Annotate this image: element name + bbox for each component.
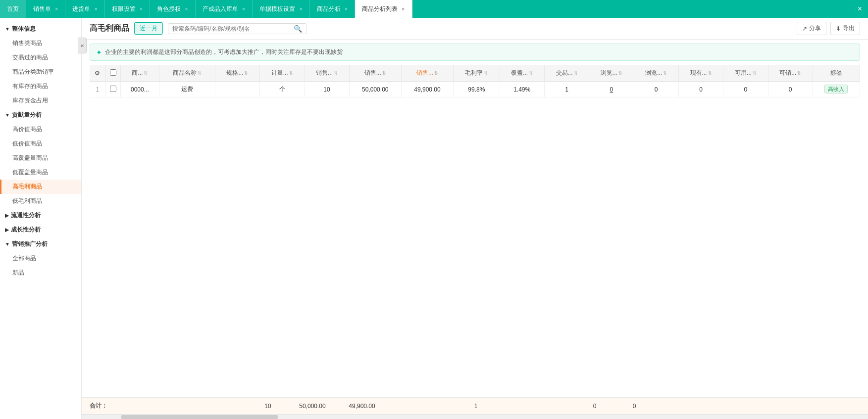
col-code[interactable]: 商...⇅ bbox=[120, 65, 159, 82]
col-spec[interactable]: 规格...⇅ bbox=[215, 65, 259, 82]
col-saleable[interactable]: 可销...⇅ bbox=[768, 65, 813, 82]
col-unit[interactable]: 计量...⇅ bbox=[260, 65, 305, 82]
cell-sale-amt: 50,000.00 bbox=[349, 82, 401, 97]
cell-browse1[interactable]: 0 bbox=[589, 82, 634, 97]
sidebar-wrapper: ▼ 整体信息 销售类商品 交易过的商品 商品分类助销率 有库存的商品 库存资金占… bbox=[0, 18, 82, 419]
tab-goods-analysis[interactable]: 商品分析 × bbox=[310, 0, 355, 18]
cell-gross-rate: 99.8% bbox=[454, 82, 500, 97]
col-sale-amt2[interactable]: 销售...⇅ bbox=[401, 65, 453, 82]
col-name[interactable]: 商品名称⇅ bbox=[159, 65, 215, 82]
cell-available: 0 bbox=[723, 82, 768, 97]
cell-code: 0000... bbox=[120, 82, 159, 97]
search-wrapper: 🔍 bbox=[168, 23, 306, 34]
col-gross-rate[interactable]: 毛利率⇅ bbox=[454, 65, 500, 82]
tab-home[interactable]: 首页 bbox=[0, 0, 26, 18]
main-layout: ▼ 整体信息 销售类商品 交易过的商品 商品分类助销率 有库存的商品 库存资金占… bbox=[0, 18, 868, 419]
tab-goods-analysis-list[interactable]: 商品分析列表 × bbox=[355, 0, 412, 18]
share-icon: ↗ bbox=[802, 25, 807, 32]
table-footer: 合计： 10 50,000.00 49,900.00 1 0 0 bbox=[82, 397, 868, 414]
sidebar-group-growth[interactable]: ▶ 成长性分析 bbox=[0, 223, 81, 237]
table-container: ⚙ 商...⇅ 商品名称⇅ 规格...⇅ 计量...⇅ 销售...⇅ 销售...… bbox=[82, 65, 868, 397]
cell-tag: 高收入 bbox=[813, 82, 860, 97]
footer-trade: 1 bbox=[456, 403, 496, 410]
header-actions: ↗ 分享 ⬇ 导出 bbox=[797, 22, 860, 35]
col-available[interactable]: 可用...⇅ bbox=[723, 65, 768, 82]
col-sale-amt[interactable]: 销售...⇅ bbox=[349, 65, 401, 82]
sidebar-item-sales-goods[interactable]: 销售类商品 bbox=[0, 36, 81, 50]
close-tab-permissions[interactable]: × bbox=[140, 6, 143, 12]
cell-coverage: 1.49% bbox=[500, 82, 544, 97]
tab-permissions[interactable]: 权限设置 × bbox=[105, 0, 150, 18]
close-tab-purchase[interactable]: × bbox=[94, 6, 97, 12]
scrollbar-thumb[interactable] bbox=[121, 415, 278, 419]
col-settings[interactable]: ⚙ bbox=[90, 65, 105, 82]
sidebar-item-low-value[interactable]: 低价值商品 bbox=[0, 137, 81, 151]
col-sale-qty[interactable]: 销售...⇅ bbox=[305, 65, 349, 82]
close-tab-goods-analysis[interactable]: × bbox=[345, 6, 348, 12]
close-all-tabs[interactable]: × bbox=[852, 4, 868, 13]
cell-checkbox[interactable] bbox=[105, 82, 120, 97]
sidebar-item-category-rate[interactable]: 商品分类助销率 bbox=[0, 65, 81, 79]
arrow-contribution: ▼ bbox=[5, 112, 10, 118]
sidebar-item-low-margin[interactable]: 低毛利商品 bbox=[0, 194, 81, 208]
tab-template[interactable]: 单据模板设置 × bbox=[253, 0, 309, 18]
select-all-checkbox[interactable] bbox=[110, 69, 116, 76]
sidebar: ▼ 整体信息 销售类商品 交易过的商品 商品分类助销率 有库存的商品 库存资金占… bbox=[0, 18, 82, 419]
tab-roles[interactable]: 角色授权 × bbox=[150, 0, 195, 18]
col-tag[interactable]: 标签 bbox=[813, 65, 860, 82]
footer-sale-qty: 10 bbox=[248, 403, 288, 410]
close-tab-goods-analysis-list[interactable]: × bbox=[402, 6, 405, 12]
sidebar-item-high-coverage[interactable]: 高覆盖量商品 bbox=[0, 151, 81, 165]
tag-badge: 高收入 bbox=[824, 85, 848, 93]
time-filter-month[interactable]: 近一月 bbox=[134, 22, 163, 35]
top-nav: 首页 销售单 × 进货单 × 权限设置 × 角色授权 × 产成品入库单 × 单据… bbox=[0, 0, 868, 18]
search-icon[interactable]: 🔍 bbox=[294, 25, 302, 33]
tab-products-instock[interactable]: 产成品入库单 × bbox=[196, 0, 253, 18]
cell-unit: 个 bbox=[260, 82, 305, 97]
footer-sale-amt: 50,000.00 bbox=[288, 403, 337, 410]
col-coverage[interactable]: 覆盖...⇅ bbox=[500, 65, 544, 82]
col-trade[interactable]: 交易...⇅ bbox=[544, 65, 589, 82]
share-button[interactable]: ↗ 分享 bbox=[797, 22, 826, 35]
sidebar-item-high-value[interactable]: 高价值商品 bbox=[0, 122, 81, 137]
search-input[interactable] bbox=[172, 25, 292, 32]
sidebar-item-new-goods[interactable]: 新品 bbox=[0, 266, 81, 280]
arrow-marketing: ▼ bbox=[5, 241, 10, 247]
tab-purchase[interactable]: 进货单 × bbox=[65, 0, 104, 18]
cell-spec bbox=[215, 82, 259, 97]
export-button[interactable]: ⬇ 导出 bbox=[830, 22, 860, 35]
content-area: 高毛利商品 近一月 🔍 ↗ 分享 ⬇ 导出 ✦ 企业的主要的利润都是这部分商品创… bbox=[82, 18, 868, 419]
sidebar-group-flow[interactable]: ▶ 流通性分析 bbox=[0, 208, 81, 223]
close-tab-sales[interactable]: × bbox=[55, 6, 58, 12]
footer-cells: 10 50,000.00 49,900.00 1 0 0 bbox=[119, 403, 860, 410]
sidebar-item-traded-goods[interactable]: 交易过的商品 bbox=[0, 50, 81, 65]
footer-label: 合计： bbox=[90, 402, 119, 410]
bottom-scrollbar[interactable] bbox=[82, 414, 868, 419]
close-tab-template[interactable]: × bbox=[299, 6, 302, 12]
arrow-flow: ▶ bbox=[5, 213, 9, 218]
col-current[interactable]: 现有...⇅ bbox=[678, 65, 723, 82]
info-icon: ✦ bbox=[96, 48, 102, 56]
sidebar-item-all-goods[interactable]: 全部商品 bbox=[0, 251, 81, 266]
sidebar-group-contribution[interactable]: ▼ 贡献量分析 bbox=[0, 108, 81, 122]
sidebar-item-in-stock[interactable]: 有库存的商品 bbox=[0, 79, 81, 93]
sidebar-group-marketing[interactable]: ▼ 营销推广分析 bbox=[0, 237, 81, 251]
cell-saleable: 0 bbox=[768, 82, 813, 97]
sidebar-item-stock-capital[interactable]: 库存资金占用 bbox=[0, 93, 81, 108]
cell-sale-qty: 10 bbox=[305, 82, 349, 97]
close-tab-roles[interactable]: × bbox=[185, 6, 188, 12]
col-browse2[interactable]: 浏览...⇅ bbox=[634, 65, 678, 82]
sidebar-item-high-margin[interactable]: 高毛利商品 bbox=[0, 180, 81, 194]
close-tab-products-instock[interactable]: × bbox=[242, 6, 245, 12]
cell-current: 0 bbox=[678, 82, 723, 97]
sidebar-item-low-coverage[interactable]: 低覆盖量商品 bbox=[0, 165, 81, 180]
col-browse1[interactable]: 浏览...⇅ bbox=[589, 65, 634, 82]
sidebar-collapse-btn[interactable]: « bbox=[78, 38, 87, 53]
footer-sale-amt2: 49,900.00 bbox=[337, 403, 387, 410]
row-checkbox[interactable] bbox=[110, 86, 116, 92]
cell-name: 运费 bbox=[159, 82, 215, 97]
tab-sales[interactable]: 销售单 × bbox=[26, 0, 65, 18]
col-checkbox[interactable] bbox=[105, 65, 120, 82]
sidebar-group-overview[interactable]: ▼ 整体信息 bbox=[0, 22, 81, 36]
footer-current: 0 bbox=[575, 403, 614, 410]
